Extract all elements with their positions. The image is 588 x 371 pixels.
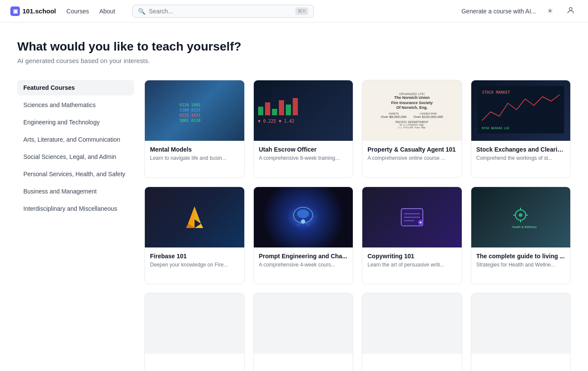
generate-ai-button[interactable]: Generate a course with AI... [461,8,536,15]
course-card-prompt-engineering[interactable]: Prompt Engineering and Cha... A comprehe… [253,187,354,285]
course-card-stock-exchanges[interactable]: STOCK MARKET NYSE NASDAQ LSE Stock Excha… [471,80,571,178]
course-image-living: Health & Wellness [471,187,571,247]
course-title: Firebase 101 [150,253,239,260]
course-card-placeholder-2[interactable] [253,293,354,371]
stock-ticker: ▼ 0.225 ▼ 1.42 [254,94,353,128]
course-card-placeholder-3[interactable] [362,293,462,371]
sidebar-spacer [17,218,134,371]
course-card-body: Property & Casualty Agent 101 A comprehe… [362,141,462,167]
hero-title: What would you like to teach yourself? [17,40,571,54]
nav-about-link[interactable]: About [99,8,115,15]
sidebar: Featured Courses Sciences and Mathematic… [17,80,134,371]
course-card-firebase[interactable]: Firebase 101 Deepen your knowledge on Fi… [144,187,245,285]
svg-point-0 [569,7,572,10]
course-card-utah-escrow[interactable]: ▼ 0.225 ▼ 1.42 Utah Escrow Officer A com… [253,80,354,178]
course-desc-placeholder-3 [368,368,457,371]
course-card-body-placeholder-1 [145,354,244,371]
course-title-placeholder-2 [259,359,348,366]
sidebar-item-engineering[interactable]: Engineering and Technology [17,114,134,130]
sidebar-item-sciences[interactable]: Sciences and Mathematics [17,97,134,113]
course-card-mental-models[interactable]: 0110 1001 1100 0111 0225 1421 1001 0110 … [144,80,245,178]
course-image-placeholder-2 [254,293,353,354]
course-card-body: Prompt Engineering and Cha... A comprehe… [254,247,353,274]
course-image-placeholder-3 [362,293,462,354]
course-title: Utah Escrow Officer [259,146,348,153]
course-description: Comprehend the workings of st... [476,155,566,162]
sidebar-item-arts[interactable]: Arts, Literature, and Communication [17,132,134,147]
search-bar[interactable]: 🔍 ⌘K [132,5,314,18]
course-card-body: Mental Models Learn to navigate life and… [145,141,244,167]
course-image-mental-models: 0110 1001 1100 0111 0225 1421 1001 0110 [145,80,244,141]
search-shortcut: ⌘K [295,7,308,15]
course-card-body-placeholder-4 [471,354,571,371]
stock-chart-visual: STOCK MARKET NYSE NASDAQ LSE [471,82,571,140]
course-card-living-guide[interactable]: Health & Wellness The complete guide to … [471,187,571,285]
course-image-placeholder-1 [145,293,244,354]
norwich-document: ORGANIZED 1797 The Norwich UnionFire Ins… [377,89,447,132]
course-card-body: Firebase 101 Deepen your knowledge on Fi… [145,247,244,274]
svg-text:Health & Wellness: Health & Wellness [512,225,537,228]
course-card-placeholder-4[interactable] [471,293,571,371]
course-desc-placeholder-2 [259,368,348,371]
svg-marker-11 [195,224,203,228]
svg-text:NYSE  NASDAQ  LSE: NYSE NASDAQ LSE [482,127,509,130]
search-icon: 🔍 [138,8,145,15]
course-title-placeholder-4 [476,359,566,366]
navigation: ▣ 101.school Courses About 🔍 ⌘K Generate… [0,0,588,22]
svg-text:0225 1421: 0225 1421 [179,113,201,117]
course-description: A comprehensive 4-week cours... [259,261,348,269]
course-card-body: The complete guide to living ... Strateg… [471,247,571,274]
sidebar-item-personal[interactable]: Personal Services, Health, and Safety [17,166,134,182]
sidebar-item-featured[interactable]: Featured Courses [17,80,134,95]
course-card-copywriting[interactable]: Copywriting 101 Learn the art of persuas… [362,187,462,285]
course-description: A comprehensive 8-week training... [259,155,348,162]
nav-right-actions: Generate a course with AI... ☀ [461,4,578,18]
user-icon [566,6,575,16]
course-image-prompt-eng [254,187,353,247]
brand-logo[interactable]: ▣ 101.school [10,6,56,16]
course-card-body: Stock Exchanges and Clearin... Comprehen… [471,141,571,167]
course-title: Stock Exchanges and Clearin... [476,146,566,153]
course-card-body-placeholder-3 [362,354,462,371]
hero-section: What would you like to teach yourself? A… [0,22,588,73]
main-layout: Featured Courses Sciences and Mathematic… [0,73,588,371]
course-card-body: Utah Escrow Officer A comprehensive 8-we… [254,141,353,167]
hero-subtitle: AI generated courses based on your inter… [17,57,571,64]
sidebar-item-social[interactable]: Social Sciences, Legal, and Admin [17,149,134,165]
course-image-copywriting [362,187,462,247]
course-card-body: Copywriting 101 Learn the art of persuas… [362,247,462,274]
course-image-norwich: ORGANIZED 1797 The Norwich UnionFire Ins… [362,80,462,141]
course-image-firebase [145,187,244,247]
brand-name: 101.school [22,7,56,15]
sidebar-item-interdisciplinary[interactable]: Interdisciplinary and Miscellaneous [17,201,134,216]
course-title-placeholder-3 [368,359,457,366]
course-grid: 0110 1001 1100 0111 0225 1421 1001 0110 … [144,80,571,371]
course-image-placeholder-4 [471,293,571,354]
course-description: A comprehensive online course ... [368,155,457,162]
nav-courses-link[interactable]: Courses [67,8,89,15]
course-description: Learn to navigate life and busin... [150,155,239,162]
course-image-stock-exchanges: STOCK MARKET NYSE NASDAQ LSE [471,80,571,141]
course-title: Prompt Engineering and Cha... [259,253,348,260]
course-card-placeholder-1[interactable] [144,293,245,371]
svg-text:0110 1001: 0110 1001 [179,103,201,107]
course-desc-placeholder-1 [150,368,239,371]
svg-point-14 [297,209,309,218]
course-title: The complete guide to living ... [476,253,566,260]
svg-point-30 [519,213,522,217]
course-image-utah-escrow: ▼ 0.225 ▼ 1.42 [254,80,353,141]
course-card-property-casualty[interactable]: ORGANIZED 1797 The Norwich UnionFire Ins… [362,80,462,178]
svg-text:STOCK MARKET: STOCK MARKET [482,90,510,95]
theme-icon: ☀ [547,7,553,15]
course-description: Deepen your knowledge on Fire... [150,261,239,269]
svg-text:1100 0111: 1100 0111 [179,108,201,112]
course-card-body-placeholder-2 [254,354,353,371]
user-profile-button[interactable] [564,4,578,18]
brand-icon: ▣ [10,6,20,16]
course-title: Mental Models [150,146,239,153]
theme-toggle-button[interactable]: ☀ [543,4,557,18]
sidebar-item-business[interactable]: Business and Management [17,184,134,199]
svg-text:1001 0110: 1001 0110 [179,118,201,123]
course-desc-placeholder-4 [476,368,566,371]
search-input[interactable] [149,8,292,15]
